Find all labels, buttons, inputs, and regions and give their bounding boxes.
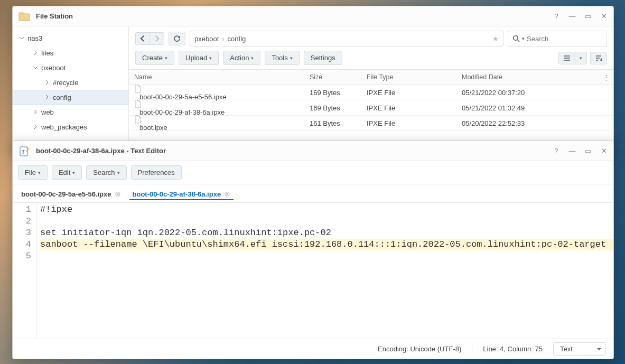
search-input[interactable] <box>527 35 590 43</box>
create-button[interactable]: Create▾ <box>135 51 174 65</box>
table-row[interactable]: boot.ipxe161 BytesIPXE File05/20/2022 22… <box>129 116 613 131</box>
tree-root[interactable]: nas3 <box>13 31 128 45</box>
table-row[interactable]: boot-00-0c-29-5a-e5-56.ipxe169 BytesIPXE… <box>129 85 613 100</box>
search-box[interactable]: ▾ <box>508 31 607 46</box>
table-header: Name Size File Type Modified Date ⋮ <box>129 69 613 85</box>
tree-item-label: web <box>41 108 54 116</box>
text-editor-app-icon: T <box>18 145 31 157</box>
action-button[interactable]: Action▾ <box>223 51 260 65</box>
tree-item-recycle[interactable]: #recycle <box>13 75 128 90</box>
code-line <box>40 216 613 227</box>
text-editor-window: T boot-00-0c-29-af-38-6a.ipxe - Text Edi… <box>12 141 614 359</box>
file-date: 05/21/2022 01:32:49 <box>456 104 598 112</box>
sort-button[interactable] <box>590 52 607 64</box>
format-dropdown[interactable]: Text <box>553 342 606 356</box>
chevron-right-icon: › <box>222 35 224 43</box>
line-number: 3 <box>13 227 31 239</box>
status-encoding: Encoding: Unicode (UTF-8) <box>378 345 461 353</box>
chevron-down-icon[interactable]: ▾ <box>522 36 525 41</box>
help-icon[interactable]: ? <box>552 12 561 20</box>
file-type: IPXE File <box>361 89 456 97</box>
divider <box>472 343 472 355</box>
status-bar: Encoding: Unicode (UTF-8) Line: 4, Colum… <box>13 339 613 359</box>
refresh-button[interactable] <box>169 32 185 45</box>
file-date: 05/21/2022 00:37:20 <box>456 89 598 97</box>
minimize-icon[interactable]: — <box>568 12 576 20</box>
chevron-right-icon <box>33 50 38 55</box>
list-view-button[interactable] <box>558 52 575 64</box>
file-icon <box>134 100 299 108</box>
tree-item-pxeboot[interactable]: pxeboot <box>13 60 128 75</box>
tab-label: boot-00-0c-29-5a-e5-56.ipxe <box>21 190 111 198</box>
line-gutter: 12345 <box>13 203 37 339</box>
file-station-window: File Station ? — ▭ ✕ nas3 filespxeboot#r… <box>12 6 614 154</box>
editor-tab[interactable]: boot-00-0c-29-5a-e5-56.ipxe⊗ <box>18 188 124 200</box>
tree-item-label: #recycle <box>53 79 78 87</box>
breadcrumb[interactable]: pxeboot › config ★ <box>190 31 503 46</box>
file-icon <box>134 115 299 124</box>
editor-tab[interactable]: boot-00-0c-29-af-38-6a.ipxe⊗ <box>129 188 234 200</box>
preferences-menu[interactable]: Preferences <box>131 165 182 180</box>
svg-text:T: T <box>22 148 25 155</box>
line-number: 1 <box>13 204 31 216</box>
tab-close-icon[interactable]: ⊗ <box>224 190 230 198</box>
view-dropdown[interactable]: ▾ <box>575 52 587 64</box>
search-menu[interactable]: Search▾ <box>86 165 126 180</box>
code-editor[interactable]: 12345 #!ipxe set initiator-iqn iqn.2022-… <box>13 203 613 339</box>
tree-item-label: pxeboot <box>41 64 66 72</box>
chevron-right-icon <box>33 109 38 115</box>
help-icon[interactable]: ? <box>552 147 561 155</box>
tree-item-label: web_packages <box>41 123 87 131</box>
file-name: boot.ipxe <box>139 124 167 132</box>
breadcrumb-part[interactable]: pxeboot <box>194 35 219 43</box>
code-line <box>40 250 613 262</box>
col-date[interactable]: Modified Date <box>456 73 598 81</box>
upload-button[interactable]: Upload▾ <box>179 51 219 65</box>
chevron-right-icon <box>44 95 50 100</box>
breadcrumb-part[interactable]: config <box>228 35 246 43</box>
text-editor-titlebar[interactable]: T boot-00-0c-29-af-38-6a.ipxe - Text Edi… <box>13 141 613 161</box>
file-size: 169 Bytes <box>304 89 361 97</box>
tree-item-label: config <box>53 94 71 101</box>
file-size: 161 Bytes <box>304 119 361 127</box>
close-icon[interactable]: ✕ <box>600 147 608 155</box>
chevron-right-icon <box>33 124 38 129</box>
minimize-icon[interactable]: — <box>568 147 576 155</box>
text-editor-toolbar: File▾ Edit▾ Search▾ Preferences <box>13 161 613 184</box>
table-row[interactable]: boot-00-0c-29-af-38-6a.ipxe169 BytesIPXE… <box>129 100 613 116</box>
col-size[interactable]: Size <box>304 73 361 81</box>
code-content[interactable]: #!ipxe set initiator-iqn iqn.2022-05.com… <box>37 203 613 339</box>
maximize-icon[interactable]: ▭ <box>584 147 592 155</box>
nav-buttons <box>135 32 164 45</box>
tree-root-label: nas3 <box>27 34 42 42</box>
editor-tabs: boot-00-0c-29-5a-e5-56.ipxe⊗boot-00-0c-2… <box>13 184 613 203</box>
close-icon[interactable]: ✕ <box>600 12 608 20</box>
chevron-right-icon <box>44 80 50 85</box>
file-station-titlebar[interactable]: File Station ? — ▭ ✕ <box>13 6 613 26</box>
code-line: #!ipxe <box>40 204 613 216</box>
file-icon <box>134 85 299 93</box>
tree-item-web[interactable]: web <box>13 105 128 119</box>
search-icon <box>512 35 520 42</box>
col-name[interactable]: Name <box>129 73 304 81</box>
file-type: IPXE File <box>361 119 456 127</box>
more-icon[interactable]: ⋮ <box>598 73 613 81</box>
nav-back-button[interactable] <box>135 32 150 45</box>
folder-tree: nas3 filespxeboot#recycleconfigwebweb_pa… <box>13 26 129 153</box>
tree-item-webpackages[interactable]: web_packages <box>13 119 128 134</box>
code-line: sanboot --filename \EFI\ubuntu\shimx64.e… <box>40 239 613 250</box>
tab-label: boot-00-0c-29-af-38-6a.ipxe <box>133 190 221 198</box>
window-controls: ? — ▭ ✕ <box>552 12 608 20</box>
maximize-icon[interactable]: ▭ <box>584 12 592 20</box>
line-number: 5 <box>13 250 31 262</box>
tools-button[interactable]: Tools▾ <box>265 51 299 65</box>
star-icon[interactable]: ★ <box>492 35 499 43</box>
file-menu[interactable]: File▾ <box>18 165 48 180</box>
nav-forward-button[interactable] <box>150 32 164 45</box>
tree-item-files[interactable]: files <box>13 45 128 60</box>
edit-menu[interactable]: Edit▾ <box>52 165 82 180</box>
col-type[interactable]: File Type <box>361 73 456 81</box>
tree-item-config[interactable]: config <box>13 90 128 105</box>
tab-close-icon[interactable]: ⊗ <box>115 190 121 198</box>
settings-button[interactable]: Settings <box>304 51 342 65</box>
